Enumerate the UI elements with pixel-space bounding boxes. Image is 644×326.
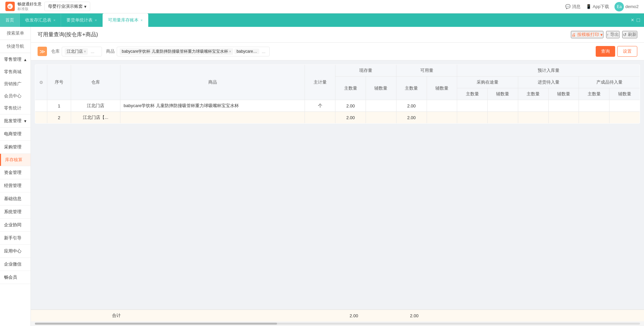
page-actions: 🖨 按模板打印 ▾ ↑ 导出 ↺ 刷新 bbox=[571, 31, 638, 38]
tab-order-statistics[interactable]: 要货单统计表 × bbox=[61, 13, 102, 27]
tab-home[interactable]: 首页 bbox=[0, 13, 20, 27]
forecast-group-header: 预计入库量 bbox=[457, 65, 640, 77]
industry-selector[interactable]: 母婴行业演示账套 ▾ bbox=[44, 2, 90, 11]
row-product-cell: babycare学饮杯 儿童防摔防撞吸管杯重力球吸嘴杯宝宝水杯 bbox=[120, 100, 305, 112]
tab2-label: 要货单统计表 bbox=[66, 17, 93, 23]
sidebar-group-vip-header[interactable]: 畅会员 bbox=[0, 271, 31, 284]
sidebar-item-marketing[interactable]: 营销推广 bbox=[0, 78, 31, 90]
incoming-header: 进货待入量 bbox=[518, 77, 579, 88]
tab-available-stock[interactable]: 可用量库存账本 × bbox=[103, 13, 148, 27]
export-icon: ↑ bbox=[607, 32, 609, 37]
tab-close-all-icon[interactable]: × bbox=[631, 17, 634, 23]
row-inc-aux-cell bbox=[548, 112, 579, 124]
warehouse-input[interactable]: 江北门店 × ... bbox=[62, 47, 102, 56]
export-button[interactable]: ↑ 导出 bbox=[606, 31, 620, 38]
sidebar-group-apps: 应用中心 bbox=[0, 245, 31, 258]
tab2-close-icon[interactable]: × bbox=[95, 18, 97, 22]
industry-label: 母婴行业演示账套 bbox=[48, 3, 83, 9]
avatar: Ea bbox=[614, 2, 624, 11]
column-settings-icon[interactable]: ⚙ bbox=[39, 80, 43, 85]
phone-icon: 📱 bbox=[586, 4, 591, 9]
sidebar-group-newbie-header[interactable]: 新手引导 bbox=[0, 232, 31, 244]
product-more-button[interactable]: ... bbox=[261, 49, 267, 54]
sidebar-group-wholesale-header[interactable]: 批发管理 ▾ bbox=[0, 114, 31, 127]
sidebar-group-retail-header[interactable]: 零售管理 ▴ bbox=[0, 53, 31, 66]
filter-actions: 查询 设置 bbox=[596, 46, 637, 57]
sidebar-item-members[interactable]: 会员中心 bbox=[0, 90, 31, 102]
warehouse-col-header: 仓库 bbox=[71, 65, 120, 100]
sidebar-search[interactable]: 搜索菜单 bbox=[0, 27, 31, 40]
row-settings-cell bbox=[35, 100, 47, 112]
warehouse-more-button[interactable]: ... bbox=[89, 49, 96, 54]
row-unit-cell: 个 bbox=[305, 100, 335, 112]
sidebar-group-basic-info: 基础信息 bbox=[0, 192, 31, 205]
template-chevron-icon: ▾ bbox=[600, 32, 603, 37]
sidebar-group-inventory: 库存核算 bbox=[0, 154, 31, 166]
sidebar-group-system: 系统管理 bbox=[0, 205, 31, 219]
app-download-button[interactable]: 📱 App下载 bbox=[586, 4, 609, 10]
footer-stock-main-total: 2.00 bbox=[339, 313, 369, 318]
message-button[interactable]: 💬 消息 bbox=[565, 4, 581, 10]
product-label: 商品 bbox=[106, 48, 115, 54]
sidebar-group-enterprise-header[interactable]: 企业协同 bbox=[0, 219, 31, 231]
product-col-header: 商品 bbox=[120, 65, 305, 100]
scrollbar-track bbox=[35, 323, 640, 325]
query-button[interactable]: 查询 bbox=[596, 46, 615, 57]
chevron-down-icon: ▾ bbox=[84, 4, 87, 9]
product-tag-2: babycare… bbox=[234, 49, 259, 54]
row-fin-aux-cell bbox=[609, 112, 640, 124]
warehouse-tag-close[interactable]: × bbox=[84, 49, 86, 53]
sidebar-item-retail-mall[interactable]: 零售商城 bbox=[0, 66, 31, 78]
table-row: 1 江北门店 babycare学饮杯 儿童防摔防撞吸管杯重力球吸嘴杯宝宝水杯 个… bbox=[35, 100, 640, 112]
sidebar-group-finance: 资金管理 bbox=[0, 166, 31, 179]
product-input[interactable]: babycare学饮杯 儿童防摔防撞吸管杯重力球吸嘴杯宝宝水杯 × babyca… bbox=[117, 47, 270, 56]
filter-toggle-button[interactable]: ≫ bbox=[38, 47, 47, 56]
tab-receive-summary[interactable]: 收发存汇总表 × bbox=[20, 13, 61, 27]
app-title: 畅捷通好生意 bbox=[17, 2, 42, 6]
page-header: 可用量查询(按仓库+商品) 🖨 按模板打印 ▾ ↑ 导出 ↺ 刷新 bbox=[31, 27, 644, 43]
row-avail-aux-cell bbox=[427, 112, 457, 124]
sidebar-group-wechat-header[interactable]: 企业微信 bbox=[0, 258, 31, 271]
sidebar-group-ecommerce-header[interactable]: 电商管理 bbox=[0, 128, 31, 140]
sidebar-group-operations-header[interactable]: 经营管理 bbox=[0, 179, 31, 192]
sidebar-group-wechat-label: 企业微信 bbox=[4, 261, 21, 267]
row-warehouse-cell: 江北门店【... bbox=[71, 112, 120, 124]
available-group-header: 可用量 bbox=[396, 65, 457, 77]
purchase-transit-header: 采购在途量 bbox=[457, 77, 518, 88]
svg-text:畅: 畅 bbox=[8, 5, 11, 8]
content-area: 可用量查询(按仓库+商品) 🖨 按模板打印 ▾ ↑ 导出 ↺ 刷新 bbox=[31, 27, 644, 326]
row-fin-main-cell bbox=[579, 100, 609, 112]
top-bar-left: 畅 畅捷通好生意 标准版 母婴行业演示账套 ▾ bbox=[5, 2, 90, 11]
sidebar-group-apps-header[interactable]: 应用中心 bbox=[0, 245, 31, 258]
sidebar-group-system-header[interactable]: 系统管理 bbox=[0, 205, 31, 218]
nav-tabs: 首页 收发存汇总表 × 要货单统计表 × 可用量库存账本 × × □ bbox=[0, 13, 644, 27]
horizontal-scrollbar[interactable] bbox=[31, 321, 644, 326]
template-print-button[interactable]: 🖨 按模板打印 ▾ bbox=[571, 31, 603, 38]
avail-main-header: 主数量 bbox=[396, 77, 427, 100]
sidebar-group-finance-label: 资金管理 bbox=[4, 170, 21, 176]
tab-maximize-icon[interactable]: □ bbox=[637, 17, 640, 23]
sidebar-group-purchase-header[interactable]: 采购管理 bbox=[0, 141, 31, 153]
product-tag1-close[interactable]: × bbox=[229, 49, 231, 53]
refresh-button[interactable]: ↺ 刷新 bbox=[622, 31, 637, 38]
sidebar-group-inventory-header[interactable]: 库存核算 bbox=[0, 154, 31, 166]
sidebar-group-apps-label: 应用中心 bbox=[4, 248, 21, 254]
sidebar-group-finance-header[interactable]: 资金管理 bbox=[0, 166, 31, 179]
tab3-close-icon[interactable]: × bbox=[141, 18, 143, 22]
sidebar-group-vip: 畅会员 bbox=[0, 271, 31, 284]
settings-button[interactable]: 设置 bbox=[617, 46, 637, 57]
sidebar-item-retail-stats[interactable]: 零售统计 bbox=[0, 102, 31, 114]
sidebar-group-basic-info-header[interactable]: 基础信息 bbox=[0, 192, 31, 205]
table-footer: 合计 2.00 2.00 bbox=[31, 309, 644, 321]
sidebar-group-ecommerce: 电商管理 bbox=[0, 128, 31, 141]
settings-col-header: ⚙ bbox=[35, 65, 47, 100]
stock-main-header: 主数量 bbox=[335, 77, 366, 100]
print-icon: 🖨 bbox=[572, 32, 576, 37]
sidebar-group-retail: 零售管理 ▴ 零售商城 营销推广 会员中心 零售统计 bbox=[0, 53, 31, 114]
fin-main-header: 主数量 bbox=[579, 88, 609, 100]
row-pur-aux-cell bbox=[488, 112, 518, 124]
user-profile[interactable]: Ea demo2 bbox=[614, 2, 639, 11]
tab1-close-icon[interactable]: × bbox=[53, 18, 55, 22]
app-title-block: 畅捷通好生意 标准版 bbox=[17, 2, 42, 11]
sidebar-quick-nav[interactable]: 快捷导航 bbox=[0, 40, 31, 53]
